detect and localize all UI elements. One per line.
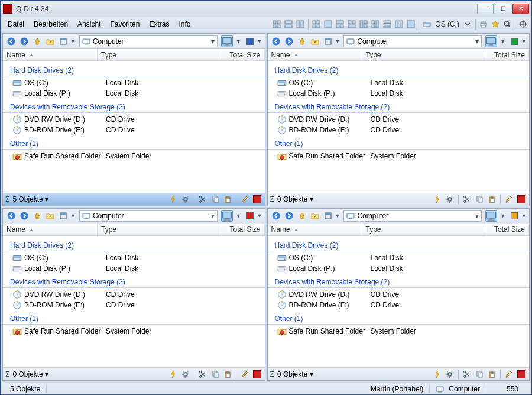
cut-icon[interactable]: [197, 369, 208, 380]
copy-icon[interactable]: [210, 369, 220, 380]
copy-icon[interactable]: [210, 194, 220, 205]
column-type[interactable]: Type: [362, 224, 487, 235]
view-dropdown-icon[interactable]: ▼: [335, 213, 340, 219]
view-dropdown-icon[interactable]: ▼: [70, 213, 76, 219]
column-name[interactable]: Name▲: [268, 224, 362, 235]
group-header[interactable]: Other (1): [3, 137, 265, 150]
os-drive-label[interactable]: OS (C:): [433, 20, 462, 28]
group-header[interactable]: Hard Disk Drives (2): [268, 239, 530, 251]
layout-1-icon[interactable]: [272, 20, 281, 29]
nav-forward-icon[interactable]: [18, 210, 30, 222]
list-item[interactable]: OS (C:)Local Disk: [268, 77, 530, 88]
nav-up-icon[interactable]: [31, 35, 43, 47]
list-item[interactable]: BD-ROM Drive (F:)CD Drive: [3, 125, 265, 135]
maximize-button[interactable]: ☐: [495, 4, 511, 14]
monitor-dropdown-icon[interactable]: [485, 35, 497, 47]
record-icon[interactable]: [252, 369, 262, 380]
layout-12-icon[interactable]: [406, 20, 416, 29]
menu-favoriten[interactable]: Favoriten: [105, 18, 144, 30]
group-header[interactable]: Devices with Removable Storage (2): [3, 101, 265, 113]
list-item[interactable]: Safe Run Shared FolderSystem Folder: [268, 151, 530, 161]
view-mode-icon[interactable]: [57, 35, 69, 47]
group-header[interactable]: Hard Disk Drives (2): [268, 64, 530, 76]
column-type[interactable]: Type: [98, 49, 222, 60]
monitor-dd-arrow-icon[interactable]: ▼: [500, 213, 505, 219]
layout-5-icon[interactable]: [323, 20, 333, 29]
monitor-dropdown-icon[interactable]: [221, 35, 233, 47]
list-item[interactable]: OS (C:)Local Disk: [3, 77, 265, 88]
folder-open-icon[interactable]: [44, 35, 56, 47]
bolt-icon[interactable]: [432, 194, 443, 205]
monitor-dropdown-icon[interactable]: [221, 210, 233, 222]
address-bar[interactable]: Computer▾: [343, 35, 482, 47]
menu-datei[interactable]: Datei: [3, 18, 29, 30]
pane-color-icon[interactable]: [244, 210, 256, 222]
edit-icon[interactable]: [239, 369, 250, 380]
list-item[interactable]: Local Disk (P:)Local Disk: [268, 263, 530, 274]
group-header[interactable]: Other (1): [3, 312, 265, 325]
view-mode-icon[interactable]: [322, 210, 334, 222]
list-item[interactable]: OS (C:)Local Disk: [3, 252, 265, 263]
view-mode-icon[interactable]: [57, 210, 69, 222]
bolt-icon[interactable]: [432, 369, 443, 380]
folder-open-icon[interactable]: [309, 35, 321, 47]
column-size[interactable]: Total Size: [222, 224, 265, 235]
layout-6-icon[interactable]: [335, 20, 345, 29]
dropdown-icon[interactable]: [463, 20, 472, 29]
paste-icon[interactable]: [486, 194, 497, 205]
close-button[interactable]: ✕: [512, 4, 529, 14]
layout-3-icon[interactable]: [296, 20, 305, 29]
bolt-icon[interactable]: [168, 194, 179, 205]
minimize-button[interactable]: —: [477, 4, 494, 14]
list-item[interactable]: Local Disk (P:)Local Disk: [3, 263, 265, 274]
list-item[interactable]: Local Disk (P:)Local Disk: [3, 88, 265, 99]
column-size[interactable]: Total Size: [486, 224, 529, 235]
record-icon[interactable]: [252, 194, 262, 205]
color-dd-arrow-icon[interactable]: ▼: [521, 38, 527, 44]
monitor-dd-arrow-icon[interactable]: ▼: [236, 38, 241, 44]
column-name[interactable]: Name▲: [3, 49, 98, 60]
color-dd-arrow-icon[interactable]: ▼: [257, 38, 262, 44]
column-name[interactable]: Name▲: [3, 224, 98, 235]
nav-up-icon[interactable]: [296, 210, 308, 222]
group-header[interactable]: Devices with Removable Storage (2): [3, 276, 265, 288]
color-dd-arrow-icon[interactable]: ▼: [257, 213, 262, 219]
nav-back-icon[interactable]: [270, 35, 282, 47]
layout-8-icon[interactable]: [359, 20, 368, 29]
pane-color-icon[interactable]: [508, 210, 520, 222]
monitor-dropdown-icon[interactable]: [485, 210, 497, 222]
column-type[interactable]: Type: [362, 49, 487, 60]
star-icon[interactable]: [491, 20, 500, 29]
list-item[interactable]: BD-ROM Drive (F:)CD Drive: [3, 300, 265, 310]
drive-icon[interactable]: [422, 20, 432, 29]
record-icon[interactable]: [516, 369, 527, 380]
copy-icon[interactable]: [474, 369, 485, 380]
list-item[interactable]: Local Disk (P:)Local Disk: [268, 88, 530, 99]
column-type[interactable]: Type: [98, 224, 222, 235]
edit-icon[interactable]: [504, 194, 514, 205]
view-dropdown-icon[interactable]: ▼: [335, 38, 340, 44]
list-item[interactable]: Safe Run Shared FolderSystem Folder: [3, 151, 265, 161]
magnify-icon[interactable]: [502, 20, 512, 29]
nav-back-icon[interactable]: [5, 210, 17, 222]
view-mode-icon[interactable]: [322, 35, 334, 47]
nav-back-icon[interactable]: [270, 210, 282, 222]
monitor-dd-arrow-icon[interactable]: ▼: [236, 213, 241, 219]
group-header[interactable]: Hard Disk Drives (2): [3, 64, 265, 76]
address-dropdown-icon[interactable]: ▾: [211, 37, 215, 46]
list-item[interactable]: Safe Run Shared FolderSystem Folder: [3, 326, 265, 336]
edit-icon[interactable]: [504, 369, 514, 380]
color-dd-arrow-icon[interactable]: ▼: [521, 213, 527, 219]
address-dropdown-icon[interactable]: ▾: [211, 212, 215, 220]
address-bar[interactable]: Computer▾: [79, 35, 218, 47]
nav-back-icon[interactable]: [5, 35, 17, 47]
folder-open-icon[interactable]: [309, 210, 321, 222]
layout-2-icon[interactable]: [284, 20, 293, 29]
group-header[interactable]: Devices with Removable Storage (2): [268, 101, 530, 113]
menu-info[interactable]: Info: [174, 18, 195, 30]
copy-icon[interactable]: [474, 194, 485, 205]
pane-color-icon[interactable]: [508, 35, 520, 47]
gear-icon[interactable]: [180, 369, 191, 380]
column-name[interactable]: Name▲: [268, 49, 362, 60]
menu-extras[interactable]: Extras: [144, 18, 174, 30]
